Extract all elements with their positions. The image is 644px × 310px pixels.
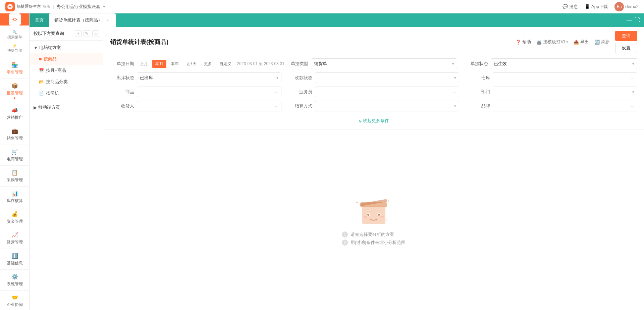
scheme-group-pc-title[interactable]: ▼ 电脑端方案 (30, 42, 103, 53)
app-download-label: App下载 (591, 4, 608, 10)
sidebar-item-sales[interactable]: 💼 销售管理 (0, 124, 29, 145)
top-header-right: 💬 消息 📱 App下载 Ea demo2 (562, 2, 639, 11)
sidebar-item-purchase[interactable]: 📋 采购管理 (0, 166, 29, 187)
by-product-label: 按商品 (44, 56, 57, 62)
sidebar-item-wholesale[interactable]: 📦 批发管理 ▲ (0, 79, 29, 103)
sidebar-item-marketing[interactable]: 📣 营销推广 (0, 103, 29, 124)
settlement-arrow[interactable]: ▾ (454, 104, 456, 108)
doc-status-arrow[interactable]: ▾ (632, 62, 634, 66)
sidebar-item-quick-nav[interactable]: ⚡ 快捷导航 (0, 42, 29, 55)
salesperson-more[interactable]: ··· (453, 90, 456, 94)
svg-point-10 (380, 216, 384, 218)
pay-status-field[interactable]: ▾ (315, 72, 460, 83)
out-status-arrow[interactable]: ▾ (276, 76, 278, 80)
tab-close-btn[interactable]: × (105, 17, 110, 23)
collapse-bar[interactable]: ∧ 收起更多条件 (110, 115, 637, 126)
search-label: 搜索菜单 (7, 35, 22, 40)
sidebar-item-finance[interactable]: 💰 资金管理 (0, 207, 29, 228)
department-label: 部门 (466, 89, 493, 95)
consignee-field[interactable]: ··· (137, 101, 281, 111)
brand-field[interactable]: ··· (493, 101, 637, 111)
app-name-label: 畅捷通好生意 (17, 4, 41, 9)
scheme-item-by-month-product[interactable]: 📅 按月+商品 (30, 65, 103, 76)
query-btn[interactable]: 查询 (615, 31, 637, 41)
tab-maximize-btn[interactable]: ⛶ (635, 17, 640, 23)
sidebar-item-system[interactable]: ⚙️ 系统管理 (0, 270, 29, 291)
sidebar-item-retail[interactable]: 🏪 零售管理 (0, 58, 29, 79)
export-btn[interactable]: 📤 导出 (574, 39, 589, 45)
date-filter: 上月 本月 本年 近7天 更多 自定义 2023-03-01 至 2023-03… (137, 60, 277, 68)
mobile-group-label: 移动端方案 (38, 104, 60, 110)
doc-type-field[interactable]: 销货单 ▾ (311, 58, 458, 69)
sidebar-item-search[interactable]: 🔍 搜索菜单 (0, 28, 29, 42)
svg-point-9 (364, 216, 367, 218)
industry-label: 办公用品行业模拟账套 (57, 4, 100, 10)
tab-minimize-btn[interactable]: — (627, 17, 632, 23)
scheme-item-by-cashier[interactable]: 📄 按司机 (30, 88, 103, 99)
department-arrow[interactable]: ▾ (632, 90, 634, 94)
by-cashier-label: 按司机 (46, 90, 59, 96)
help-label: 帮助 (522, 39, 531, 45)
date-tab-this-year[interactable]: 本年 (168, 60, 182, 68)
consignee-more[interactable]: ··· (275, 104, 278, 108)
help-btn[interactable]: ❓ 帮助 (516, 39, 531, 45)
print-dropdown[interactable]: ▾ (566, 40, 568, 44)
sidebar-item-ecommerce[interactable]: 🛒 电商管理 (0, 145, 29, 166)
date-tab-last7[interactable]: 近7天 (183, 60, 200, 68)
warehouse-more[interactable]: ··· (631, 75, 634, 80)
basic-label: 基础信息 (7, 260, 23, 266)
app-download-btn[interactable]: 📱 App下载 (585, 4, 608, 10)
avatar: Ea (614, 2, 624, 11)
tip2-num: 2 (342, 240, 348, 246)
print-btn[interactable]: 🖨️ 按模板打印 ▾ (536, 39, 568, 45)
sidebar-logo (9, 13, 21, 25)
user-avatar-btn[interactable]: Ea demo2 (614, 2, 639, 11)
product-more[interactable]: ··· (275, 90, 278, 94)
pay-status-arrow[interactable]: ▾ (454, 76, 456, 80)
by-category-label: 按商品分类 (46, 79, 68, 85)
product-field[interactable]: ··· (137, 87, 281, 97)
settlement-field[interactable]: ▾ (315, 101, 460, 111)
date-tabs: 上月 本月 本年 近7天 更多 自定义 (137, 60, 234, 68)
edit-scheme-btn[interactable]: ✎ (84, 30, 90, 37)
refresh-label: 刷新 (601, 39, 610, 45)
date-tab-more[interactable]: 更多 (201, 60, 215, 68)
settings-btn[interactable]: 设置 (615, 43, 637, 53)
scheme-group-mobile-title[interactable]: ▶ 移动端方案 (30, 102, 103, 113)
industry-dropdown[interactable]: ▾ (103, 4, 105, 9)
salesperson-field[interactable]: ··· (315, 87, 460, 97)
wholesale-arrow: ▲ (13, 96, 16, 100)
date-tab-last-month[interactable]: 上月 (137, 60, 151, 68)
page-title-bar: 销货单统计表(按商品) ❓ 帮助 🖨️ 按模板打印 ▾ 📤 (103, 27, 644, 56)
message-btn[interactable]: 💬 消息 (562, 4, 578, 10)
date-tab-custom[interactable]: 自定义 (216, 60, 234, 68)
filter-row-2: 出库状态 已出库 ▾ 收款状态 ▾ 仓库 ·· (110, 72, 637, 83)
top-header-left: 畅捷通好生意 标版 | 办公用品行业模拟账套 ▾ (5, 2, 105, 11)
doc-type-arrow[interactable]: ▾ (452, 62, 454, 66)
out-status-field[interactable]: 已出库 ▾ (137, 72, 281, 83)
doc-status-field[interactable]: 已生效 ▾ (491, 58, 637, 69)
refresh-btn[interactable]: 🔄 刷新 (594, 39, 610, 45)
sidebar-item-stock[interactable]: 📊 库存核算 (0, 187, 29, 207)
date-tab-this-month[interactable]: 本月 (152, 60, 166, 68)
scheme-item-by-product[interactable]: 按商品 (30, 53, 103, 65)
marketing-label: 营销推广 (7, 115, 23, 120)
tab-home[interactable]: 首页 (30, 13, 49, 27)
system-label: 系统管理 (7, 281, 23, 287)
filter-row-3: 商品 ··· 业务员 ··· 部门 ▾ (110, 87, 637, 97)
sidebar-item-basic[interactable]: ℹ️ 基础信息 (0, 249, 29, 270)
sidebar-item-cooperation[interactable]: 🤝 企业协同 (0, 291, 29, 310)
stock-icon: 📊 (11, 190, 18, 197)
department-field[interactable]: ▾ (493, 87, 637, 97)
tab-active[interactable]: 销货单统计表（按商品） × (49, 13, 116, 27)
main-column: 首页 销货单统计表（按商品） × — ⛶ 按以下方案查询 + ✎ « (30, 13, 644, 310)
svg-point-1 (14, 18, 16, 20)
refresh-icon: 🔄 (594, 40, 600, 45)
scheme-item-by-category[interactable]: 📂 按商品分类 (30, 76, 103, 88)
brand-more[interactable]: ··· (631, 104, 634, 108)
svg-rect-2 (362, 206, 385, 224)
warehouse-field[interactable]: ··· (493, 72, 637, 83)
sidebar-item-operation[interactable]: 📈 经营管理 (0, 228, 29, 249)
collapse-panel-btn[interactable]: « (92, 30, 99, 37)
add-scheme-btn[interactable]: + (75, 30, 82, 37)
